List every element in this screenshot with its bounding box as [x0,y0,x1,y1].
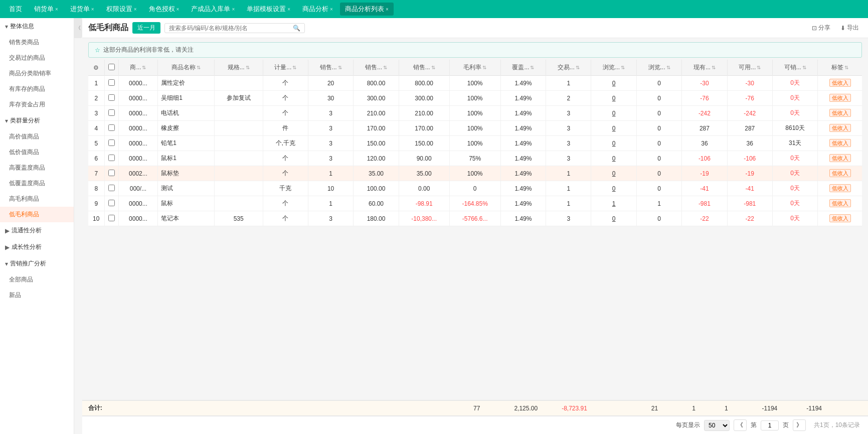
th-sales-amount[interactable]: 销售...⇅ [354,60,399,76]
views1-link[interactable]: 0 [612,215,616,222]
row-checkbox[interactable] [108,185,115,191]
sidebar-item-inventory-capital[interactable]: 库存资金占用 [0,97,74,112]
export-button[interactable]: ⬇ 导出 [837,22,862,34]
sidebar-item-all-products[interactable]: 全部商品 [0,272,74,287]
td-views1[interactable]: 0 [591,166,636,181]
td-views1[interactable]: 1 [591,196,636,211]
td-views1[interactable]: 0 [591,181,636,196]
nav-permission-settings[interactable]: 权限设置 × [101,3,142,16]
nav-template-settings[interactable]: 单据模板设置 × [242,3,295,16]
row-checkbox[interactable] [108,155,115,161]
th-sales-qty[interactable]: 销售...⇅ [308,60,353,76]
sidebar-item-traded-products[interactable]: 交易过的商品 [0,50,74,66]
sidebar-item-high-coverage[interactable]: 高覆盖度商品 [0,160,74,176]
views1-link[interactable]: 0 [612,155,616,162]
sidebar-item-sales-products[interactable]: 销售类商品 [0,35,74,50]
th-tag[interactable]: 标签⇅ [818,60,862,76]
nav-close-role[interactable]: × [177,7,180,12]
th-views2[interactable]: 浏览...⇅ [636,60,681,76]
td-sales-qty: 1 [308,166,353,181]
row-checkbox[interactable] [108,200,115,206]
sidebar-group-marketing[interactable]: ▾ 营销推广分析 [0,255,74,272]
th-settings[interactable]: ⚙ [88,60,104,76]
sidebar-collapse-button[interactable]: 《 [74,18,82,38]
row-checkbox[interactable] [108,215,115,221]
row-checkbox[interactable] [108,124,115,131]
time-filter-button[interactable]: 近一月 [132,22,160,34]
sidebar-item-new-products[interactable]: 新品 [0,287,74,303]
th-gross-margin[interactable]: 毛利率⇅ [449,60,500,76]
search-input[interactable] [169,25,291,32]
nav-product-analysis[interactable]: 商品分析 × [297,3,338,16]
td-views1[interactable]: 0 [591,106,636,121]
nav-home[interactable]: 首页 [4,3,27,16]
nav-close-analysis-list[interactable]: × [386,7,389,12]
views1-link[interactable]: 0 [612,170,616,177]
nav-sales-order[interactable]: 销货单 × [29,3,63,16]
th-coverage[interactable]: 覆盖...⇅ [500,60,546,76]
sidebar-item-high-margin[interactable]: 高毛利商品 [0,191,74,207]
th-unit[interactable]: 计量...⇅ [263,60,308,76]
prev-page-button[interactable]: 《 [734,419,747,431]
th-saleable-days[interactable]: 可销...⇅ [772,60,817,76]
page-size-select[interactable]: 50 100 200 [704,420,730,431]
nav-close-purchase[interactable]: × [91,7,94,12]
views1-link[interactable]: 0 [612,185,616,192]
views1-link[interactable]: 0 [612,95,616,102]
select-all-checkbox[interactable] [108,64,115,70]
nav-close-inbound[interactable]: × [232,7,235,12]
views1-link[interactable]: 1 [612,200,616,207]
sort-icon: ⇅ [383,65,387,70]
row-checkbox[interactable] [108,139,115,146]
td-views1[interactable]: 0 [591,136,636,151]
page-number-input[interactable] [761,420,779,430]
th-transaction[interactable]: 交易...⇅ [546,60,591,76]
sidebar-group-overall[interactable]: ▾ 整体信息 [0,18,74,35]
sidebar-item-low-margin[interactable]: 低毛利商品 [0,207,74,222]
td-views1[interactable]: 0 [591,151,636,166]
nav-close-analysis[interactable]: × [330,7,333,12]
share-button[interactable]: ⊡ 分享 [809,22,833,34]
nav-close-permission[interactable]: × [134,7,137,12]
views1-link[interactable]: 0 [612,125,616,132]
sidebar-item-category-sales-rate[interactable]: 商品分类助销率 [0,66,74,81]
sidebar-group-growth[interactable]: ▶ 成长性分析 [0,239,74,255]
th-code[interactable]: 商...⇅ [118,60,158,76]
td-views1[interactable]: 0 [591,76,636,91]
row-checkbox[interactable] [108,79,115,86]
td-views1[interactable]: 0 [591,211,636,226]
row-checkbox[interactable] [108,170,115,176]
nav-product-analysis-list[interactable]: 商品分析列表 × [340,3,394,16]
views1-link[interactable]: 0 [612,80,616,87]
sidebar-item-stocked-products[interactable]: 有库存的商品 [0,81,74,97]
th-name[interactable]: 商品名称⇅ [158,60,215,76]
row-checkbox[interactable] [108,94,115,101]
nav-product-inbound[interactable]: 产成品入库单 × [186,3,240,16]
td-views1[interactable]: 0 [591,91,636,106]
sidebar-item-low-value[interactable]: 低价值商品 [0,144,74,160]
th-sales-profit[interactable]: 销售...⇅ [399,60,449,76]
sidebar-group-cluster[interactable]: ▾ 类群量分析 [0,112,74,129]
sidebar-group-liquidity[interactable]: ▶ 流通性分析 [0,222,74,239]
next-page-button[interactable]: 》 [793,419,806,431]
th-spec[interactable]: 规格...⇅ [214,60,263,76]
views1-link[interactable]: 0 [612,110,616,117]
sidebar-item-low-coverage[interactable]: 低覆盖度商品 [0,176,74,191]
th-available-stock[interactable]: 可用...⇅ [727,60,772,76]
th-current-stock[interactable]: 现有...⇅ [682,60,727,76]
td-spec [214,196,263,211]
td-views1[interactable]: 0 [591,121,636,136]
nav-role-auth[interactable]: 角色授权 × [144,3,185,16]
nav-purchase-order[interactable]: 进货单 × [65,3,99,16]
nav-close-template[interactable]: × [287,7,290,12]
table-row: 4 0000... 橡皮擦 件 3 170.00 170.00 100% 1.4… [88,121,862,136]
th-views1[interactable]: 浏览...⇅ [591,60,636,76]
views1-link[interactable]: 0 [612,140,616,147]
td-sales-profit: 800.00 [399,76,449,91]
search-icon[interactable]: 🔍 [293,25,300,32]
sort-icon: ⇅ [246,65,250,70]
td-sales-amount: 170.00 [354,121,399,136]
row-checkbox[interactable] [108,109,115,116]
sidebar-item-high-value[interactable]: 高价值商品 [0,129,74,144]
nav-close-sales[interactable]: × [55,7,58,12]
